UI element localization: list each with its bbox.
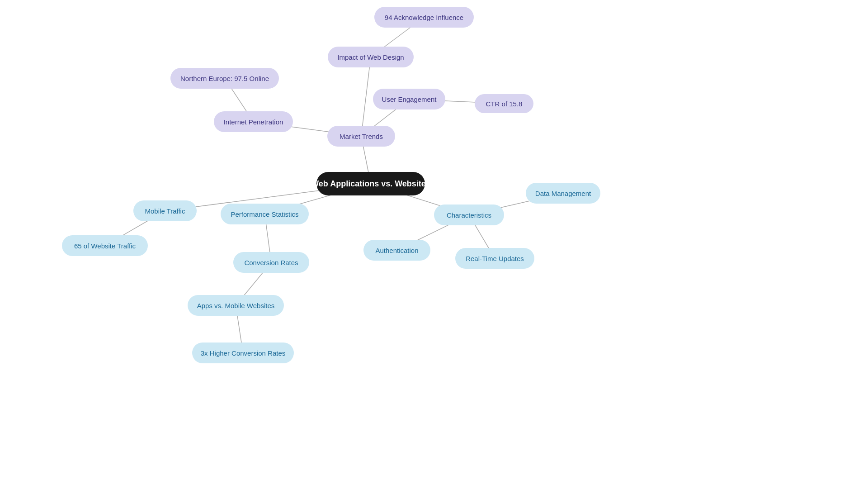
market-trends-node[interactable]: Market Trends (327, 126, 395, 147)
conversion-rates-node[interactable]: Conversion Rates (233, 252, 309, 273)
internet-penetration-node[interactable]: Internet Penetration (214, 111, 293, 132)
apps-mobile-node[interactable]: Apps vs. Mobile Websites (188, 295, 284, 316)
ctr-node[interactable]: CTR of 15.8 (475, 94, 533, 113)
higher-conversion-node[interactable]: 3x Higher Conversion Rates (192, 343, 294, 363)
performance-stats-node[interactable]: Performance Statistics (221, 204, 309, 224)
data-management-node[interactable]: Data Management (526, 183, 600, 204)
web-design-node[interactable]: Impact of Web Design (328, 47, 414, 67)
real-time-node[interactable]: Real-Time Updates (455, 248, 534, 269)
acknowledge-node[interactable]: 94 Acknowledge Influence (374, 7, 474, 28)
website-traffic-node[interactable]: 65 of Website Traffic (62, 235, 148, 256)
user-engagement-node[interactable]: User Engagement (373, 89, 445, 109)
northern-europe-node[interactable]: Northern Europe: 97.5 Online (170, 68, 279, 89)
authentication-node[interactable]: Authentication (363, 240, 430, 261)
center-node[interactable]: Web Applications vs. Websites (316, 172, 425, 195)
characteristics-node[interactable]: Characteristics (434, 205, 504, 225)
svg-line-1 (361, 57, 371, 136)
mobile-traffic-node[interactable]: Mobile Traffic (133, 200, 197, 221)
